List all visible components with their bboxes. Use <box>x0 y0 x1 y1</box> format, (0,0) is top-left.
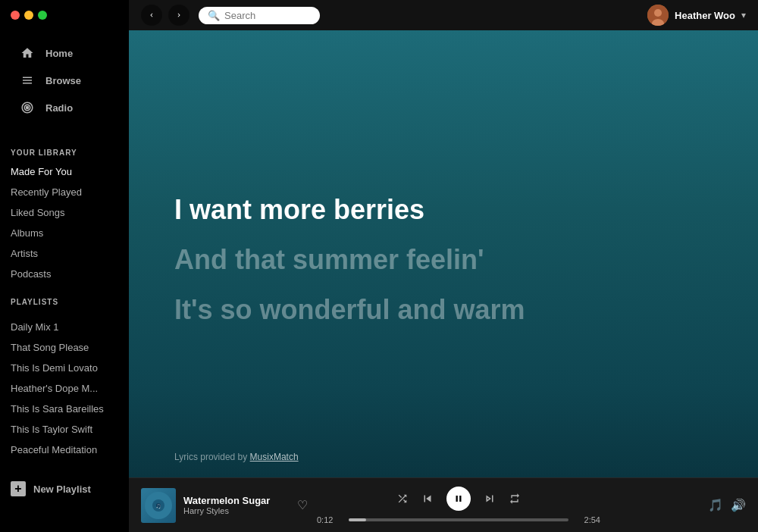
playlist-this-is-taylor-swift[interactable]: This Is Taylor Swift <box>0 419 129 440</box>
close-button[interactable] <box>11 11 20 20</box>
library-nav: Made For You Recently Played Liked Songs… <box>0 161 129 284</box>
topbar: 🔍 Heather Woo ▾ <box>129 0 758 30</box>
playlists-section-label: PLAYLISTS <box>0 284 129 311</box>
home-icon <box>20 45 35 61</box>
sidebar-item-browse[interactable]: Browse <box>9 67 120 94</box>
add-playlist-icon: + <box>11 481 26 496</box>
lyrics-toggle-icon[interactable]: 🎵 <box>708 498 723 512</box>
sidebar-item-artists[interactable]: Artists <box>0 243 129 264</box>
minimize-button[interactable] <box>24 11 33 20</box>
sidebar-item-home[interactable]: Home <box>9 39 120 67</box>
lyric-line-3: It's so wonderful and warm <box>174 294 713 326</box>
progress-fill <box>349 518 366 521</box>
current-time: 0:12 <box>317 515 341 524</box>
main-content: I want more berries And that summer feel… <box>129 30 758 477</box>
album-art: ♫ <box>141 488 176 523</box>
next-button[interactable] <box>483 492 496 505</box>
browse-icon <box>20 73 35 88</box>
lyric-line-1: I want more berries <box>174 194 713 226</box>
playlist-heathers-dope[interactable]: Heather's Dope M... <box>0 378 129 399</box>
total-time: 2:54 <box>576 515 600 524</box>
pause-button[interactable] <box>446 487 471 511</box>
like-button[interactable]: ♡ <box>297 498 308 512</box>
sidebar-item-podcasts[interactable]: Podcasts <box>0 264 129 284</box>
playlists-nav: Daily Mix 1 That Song Please This Is Dem… <box>0 317 129 460</box>
track-artist: Harry Styles <box>183 506 290 515</box>
playlist-that-song-please[interactable]: That Song Please <box>0 337 129 358</box>
back-button[interactable] <box>141 5 162 26</box>
musixmatch-link[interactable]: MusixMatch <box>250 452 299 462</box>
playlist-daily-mix-1[interactable]: Daily Mix 1 <box>0 317 129 337</box>
shuffle-button[interactable] <box>396 493 409 505</box>
lyric-line-2: And that summer feelin' <box>174 244 713 276</box>
previous-button[interactable] <box>421 492 434 505</box>
progress-row: 0:12 2:54 <box>317 515 600 524</box>
maximize-button[interactable] <box>38 11 47 20</box>
lyrics-credit: Lyrics provided by MusixMatch <box>174 452 299 462</box>
svg-text:♫: ♫ <box>155 502 161 510</box>
search-icon: 🔍 <box>208 10 220 21</box>
player-right-controls: 🎵 🔊 <box>609 498 746 512</box>
track-info: Watermelon Sugar Harry Styles <box>183 495 290 515</box>
avatar <box>647 5 669 26</box>
user-menu[interactable]: Heather Woo ▾ <box>647 5 746 26</box>
playlist-peaceful-meditation[interactable]: Peaceful Meditation <box>0 440 129 460</box>
username-label: Heather Woo <box>675 10 735 21</box>
repeat-button[interactable] <box>509 493 521 505</box>
sidebar-item-recently-played[interactable]: Recently Played <box>0 182 129 202</box>
window-controls <box>9 8 120 23</box>
track-name: Watermelon Sugar <box>183 495 290 506</box>
player-controls: 0:12 2:54 <box>317 487 600 524</box>
playback-controls <box>396 487 521 511</box>
new-playlist-button[interactable]: + New Playlist <box>0 472 129 505</box>
sidebar: Home Browse Radio YOUR LIBRARY M <box>0 0 129 532</box>
svg-point-2 <box>654 9 662 17</box>
chevron-down-icon: ▾ <box>741 10 746 20</box>
sidebar-item-radio[interactable]: Radio <box>9 94 120 121</box>
search-input[interactable] <box>224 10 308 21</box>
svg-point-0 <box>26 106 30 110</box>
main-nav: Home Browse Radio <box>9 33 120 127</box>
now-playing: ♫ Watermelon Sugar Harry Styles ♡ <box>141 488 308 523</box>
volume-icon[interactable]: 🔊 <box>731 498 746 512</box>
sidebar-item-made-for-you[interactable]: Made For You <box>0 161 129 182</box>
nav-arrows <box>141 5 190 26</box>
playlist-this-is-sara-bareilles[interactable]: This Is Sara Bareilles <box>0 399 129 419</box>
radio-icon <box>20 100 35 115</box>
forward-button[interactable] <box>168 5 190 26</box>
sidebar-item-liked-songs[interactable]: Liked Songs <box>0 202 129 223</box>
lyrics-area: I want more berries And that summer feel… <box>129 30 758 477</box>
search-bar[interactable]: 🔍 <box>199 7 320 24</box>
playlist-this-is-demi-lovato[interactable]: This Is Demi Lovato <box>0 358 129 378</box>
player-bar: ♫ Watermelon Sugar Harry Styles ♡ <box>129 477 758 532</box>
library-section-label: YOUR LIBRARY <box>0 135 129 161</box>
sidebar-item-albums[interactable]: Albums <box>0 223 129 243</box>
progress-bar[interactable] <box>349 518 568 521</box>
